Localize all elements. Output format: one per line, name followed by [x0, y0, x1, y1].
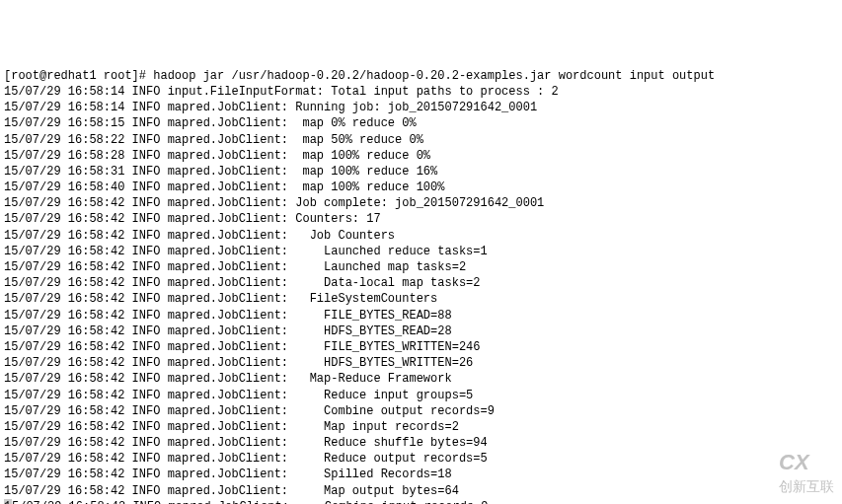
log-line: 15/07/29 16:58:42 INFO mapred.JobClient:… [4, 211, 838, 227]
log-line: 15/07/29 16:58:42 INFO mapred.JobClient:… [4, 371, 838, 387]
log-line: 15/07/29 16:58:42 INFO mapred.JobClient:… [4, 339, 838, 355]
log-line: 15/07/29 16:58:42 INFO mapred.JobClient:… [4, 467, 838, 482]
selection-mark: 1 [4, 499, 12, 504]
log-line: 15/07/29 16:58:42 INFO mapred.JobClient:… [4, 419, 838, 435]
log-line: 15/07/29 16:58:42 INFO mapred.JobClient:… [4, 275, 838, 291]
log-line: 15/07/29 16:58:42 INFO mapred.JobClient:… [4, 291, 838, 307]
log-line: 15/07/29 16:58:42 INFO mapred.JobClient:… [4, 244, 838, 259]
log-line: 15/07/29 16:58:42 INFO mapred.JobClient:… [4, 483, 838, 499]
watermark-mark: CX [779, 450, 809, 474]
watermark-logo: CX 创新互联 [771, 430, 834, 496]
log-line: 15/07/29 16:58:42 INFO mapred.JobClient:… [4, 195, 838, 211]
log-line: 15/07/29 16:58:42 INFO mapred.JobClient:… [4, 355, 838, 371]
log-line: 15/07/29 16:58:42 INFO mapred.JobClient:… [4, 388, 838, 403]
log-line: 15/07/29 16:58:14 INFO input.FileInputFo… [4, 84, 838, 100]
log-line: 15/07/29 16:58:28 INFO mapred.JobClient:… [4, 148, 838, 164]
log-line: 15/07/29 16:58:42 INFO mapred.JobClient:… [4, 435, 838, 451]
log-line: 15/07/29 16:58:42 INFO mapred.JobClient:… [4, 324, 838, 339]
log-line: 15/07/29 16:58:42 INFO mapred.JobClient:… [4, 228, 838, 244]
command-line: [root@redhat1 root]# hadoop jar /usr/had… [4, 68, 838, 84]
log-line: 15/07/29 16:58:31 INFO mapred.JobClient:… [4, 164, 838, 180]
terminal-output[interactable]: [root@redhat1 root]# hadoop jar /usr/had… [4, 68, 838, 504]
log-line: 15/07/29 16:58:22 INFO mapred.JobClient:… [4, 132, 838, 148]
log-line: 15/07/29 16:58:42 INFO mapred.JobClient:… [4, 308, 838, 324]
log-line: 15/07/29 16:58:15 INFO mapred.JobClient:… [4, 115, 838, 131]
log-line: 15/07/29 16:58:42 INFO mapred.JobClient:… [4, 259, 838, 275]
log-line: 15/07/29 16:58:14 INFO mapred.JobClient:… [4, 100, 838, 115]
log-line: 15/07/29 16:58:42 INFO mapred.JobClient:… [4, 499, 838, 504]
log-line: 15/07/29 16:58:42 INFO mapred.JobClient:… [4, 451, 838, 467]
log-line: 15/07/29 16:58:40 INFO mapred.JobClient:… [4, 180, 838, 195]
watermark-text: 创新互联 [779, 478, 834, 494]
log-line: 15/07/29 16:58:42 INFO mapred.JobClient:… [4, 403, 838, 419]
